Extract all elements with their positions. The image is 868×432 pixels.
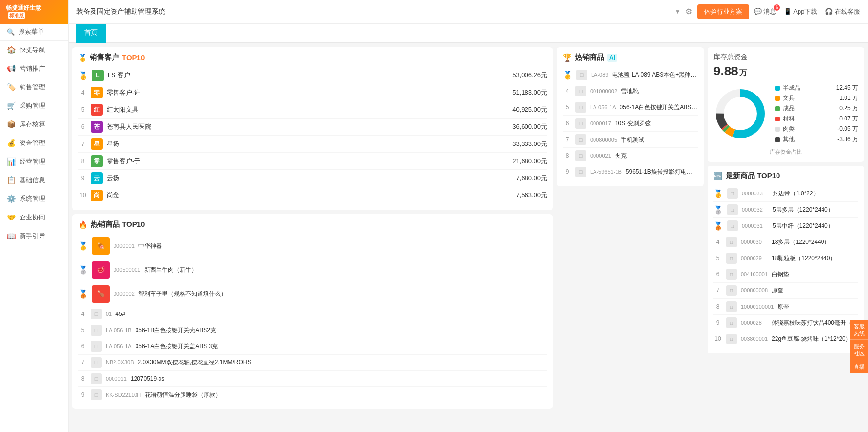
rank-num: 9 [78,391,87,398]
sidebar-item-finance[interactable]: 💰 资金管理 [0,134,68,152]
product-icon: □ [91,309,102,319]
sidebar-item-label: 库存核算 [20,120,45,129]
customer-badge: 云 [91,172,103,184]
product-code: 0000028 [741,320,768,326]
legend-name: 成品 [783,104,836,113]
live-button[interactable]: 直播 [850,360,868,373]
mid-prod-row-6: 8 □ 0000021 夹克 [563,148,698,164]
rank-num: 6 [563,120,571,127]
customer-row-4: 6 苍 苍南县人民医院 36,600.00元 [78,119,547,136]
sidebar-item-collab[interactable]: 🤝 企业协同 [0,208,68,227]
sidebar-item-inventory[interactable]: 📦 库存核算 [0,115,68,134]
inventory-title: 库存总资金 [713,53,858,62]
latest-row-4: 4 □ 0000030 18多层（1220*2440） [713,234,858,250]
float-buttons: 客服热线 服务社区 直播 [850,320,868,373]
customer-name: 零售客户-许 [107,88,508,97]
customer-name: LS 客户 [108,71,508,80]
product-icon: □ [575,167,586,177]
sidebar-item-basic[interactable]: 📋 基础信息 [0,171,68,190]
customer-badge: 尚 [91,190,103,201]
sidebar-item-purchase[interactable]: 🛒 采购管理 [0,96,68,115]
product-name: 原奎 [777,303,858,311]
product-icon: □ [726,269,737,280]
rank-num: 6 [713,271,722,278]
online-service-label: 在线客服 [835,8,860,15]
product-code: 10000100001 [741,304,774,310]
product-icon: □ [91,373,102,384]
customer-badge: L [92,70,104,81]
rank-num: 7 [78,141,87,147]
community-button[interactable]: 服务社区 [850,339,868,360]
product-code: 001000002 [590,88,617,94]
customer-badge: 星 [91,138,103,150]
tab-home[interactable]: 首页 [76,24,106,43]
message-button[interactable]: 💬 消息 6 [754,7,777,16]
donut-chart [713,87,767,141]
product-code: 0000002 [114,291,135,297]
app-download-button[interactable]: 📱 App下载 [784,7,817,16]
legend-name: 材料 [783,115,836,123]
customer-amount: 36,600.00元 [512,122,547,131]
guide-icon: 📖 [7,232,16,240]
online-service-button[interactable]: 🎧 在线客服 [825,7,860,16]
rank-num: 9 [78,175,87,182]
product-code: 003800001 [741,336,768,342]
collab-icon: 🤝 [7,213,16,222]
legend-val: -0.05 万 [837,125,858,133]
sidebar-item-label: 企业协同 [20,213,45,222]
rank-num: 8 [713,303,722,310]
hot-row-7: 7 □ NB2.0X30B 2.0X30MM双摆花轴,摆花直径2.1MM/ROH… [78,355,547,371]
hot-row-3: 🥉 🍗 0000002 智利车子里（规格不知道填什么） [78,282,547,306]
product-icon: □ [575,102,586,113]
finance-icon: 💰 [7,139,16,147]
product-icon: □ [91,357,102,368]
sidebar-item-operation[interactable]: 📊 经营管理 [0,152,68,171]
product-image: 🍗 [92,285,110,303]
customer-name: 零售客户-于 [107,157,508,166]
new-icon: 🆕 [713,172,723,181]
sidebar-item-label: 采购管理 [20,101,45,110]
sidebar-item-system[interactable]: ⚙️ 系统管理 [0,190,68,208]
rank-num: 8 [78,375,87,382]
customer-row-3: 5 红 红太阳文具 40,925.00元 [78,101,547,119]
product-image: 🍖 [92,237,110,255]
top-customers-card: 🥇 销售客户 TOP10 🥇 L LS 客户 53,006.26元 4 零 零售… [72,47,553,210]
trial-button[interactable]: 体验行业方案 [697,4,749,19]
legend-dot [775,137,780,142]
sidebar-item-sales[interactable]: 🏷️ 销售管理 [0,78,68,96]
sidebar-item-guide[interactable]: 📖 新手引导 [0,227,68,245]
product-code: LA-056-1A [590,104,616,110]
legend-name: 其他 [783,135,834,144]
customer-row-7: 9 云 云扬 7,680.00元 [78,170,547,187]
basic-icon: 📋 [7,176,16,185]
legend-dot [775,127,780,132]
sidebar-item-marketing[interactable]: 📢 营销推广 [0,59,68,78]
hot-row-8: 8 □ 0000011 12070519-xs [78,371,547,387]
product-code: 004100001 [741,271,768,277]
settings-icon[interactable]: ⚙ [685,7,692,16]
customer-amount: 51,183.00元 [512,88,547,97]
purchase-icon: 🛒 [7,101,16,110]
product-name: 2.0X30MM双摆花轴,摆花直径2.1MM/ROHS [137,359,547,367]
product-name: 雪地靴 [621,87,698,96]
sidebar-item-label: 新手引导 [20,232,45,240]
customer-service-button[interactable]: 客服热线 [850,320,868,340]
legend-item-2: 文具 1.01 万 [775,93,858,103]
dropdown-arrow-icon[interactable]: ▼ [675,8,681,15]
mid-prod-row-3: 5 □ LA-056-1A 056-1A白色按键开关盖ABS 3克 [563,99,698,116]
product-icon: □ [575,118,586,129]
sidebar-item-home[interactable]: 🏠 快捷导航 [0,41,68,59]
legend-dot [775,106,780,111]
search-menu[interactable]: 🔍 搜索菜单 [0,24,68,41]
rank-bronze-icon: 🥉 [78,289,88,299]
hot-products-title: 🔥 热销商品 TOP10 [78,220,547,229]
hot-row-5: 5 □ LA-056-1B 056-1B白色按键开关壳ABS2克 [78,322,547,338]
customer-name: 尚念 [107,191,512,200]
customer-badge: 零 [91,155,103,167]
legend-item-3: 成品 0.25 万 [775,103,858,114]
product-icon: □ [91,389,102,400]
sales-icon: 🏷️ [7,83,16,92]
product-icon: □ [726,237,737,247]
sidebar-item-label: 销售管理 [20,83,45,92]
product-code: LA-056-1B [106,327,132,333]
